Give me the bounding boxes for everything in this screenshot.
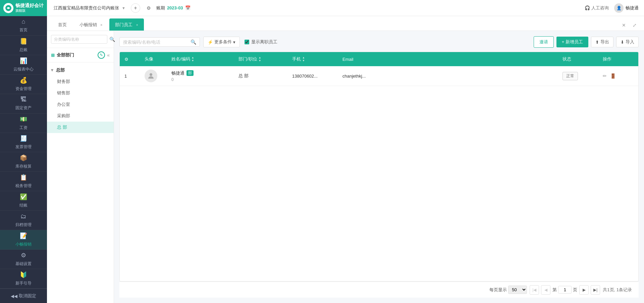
dept-edit-button[interactable]: ✎ [98,51,105,59]
sidebar-label-funds: 资金管理 [15,86,32,92]
dept-node-office[interactable]: 办公室 [47,99,114,110]
sidebar-item-invoice[interactable]: 🧾 发票管理 [0,133,47,153]
tab-dept-emp[interactable]: 部门员工 × [109,18,144,31]
page-total: 共1页, 1条记录 [603,287,632,293]
xiaochang-icon: 📝 [20,232,27,240]
cell-name: 畅捷通 部 0 [167,66,234,86]
sidebar-item-inventory[interactable]: 📦 库存核算 [0,152,47,172]
col-dept[interactable]: 部门/职位 ▲▼ [234,52,287,66]
consult-label: 人工咨询 [591,5,609,11]
dept-search-input[interactable] [51,35,107,44]
dept-sort-arrows: ▲▼ [259,56,261,62]
next-page-button[interactable]: ▶ [579,285,589,295]
company-dropdown-icon: ▼ [122,6,125,10]
dept-node-finance[interactable]: 财务部 [47,76,114,87]
sidebar-item-funds[interactable]: 💰 资金管理 [0,75,47,94]
add-emp-label: + 新增员工 [562,39,583,45]
sidebar-item-xiaochang[interactable]: 📝 小畅报销 [0,230,47,250]
col-name[interactable]: 姓名/编码 ▲▼ [167,52,234,66]
first-page-button[interactable]: |◀ [530,285,539,295]
search-icon[interactable]: 🔍 [191,39,196,45]
add-employee-button[interactable]: + 新增员工 [556,37,588,47]
topbar-actions: + ⚙ [131,3,154,13]
sidebar-item-home[interactable]: ⌂ 首页 [0,16,47,36]
page-size-dropdown[interactable]: 10 20 50 100 [508,286,527,294]
name-badge: 畅捷通 部 [171,70,194,76]
user-info[interactable]: 👤 畅捷通 [614,3,639,13]
employee-search-box: 🔍 [119,37,200,47]
prev-page-button[interactable]: ◀ [541,285,550,295]
edit-action-icon[interactable]: ✏ [603,73,607,79]
employee-code: 0 [171,77,194,82]
dept-header: ⊞ 全部部门 ✎ « [47,48,114,62]
logo-text: 畅捷通好会计 [15,3,44,8]
main-layout: ⌂ 首页 📒 总账 📊 云报表中心 💰 资金管理 🏗 固定资产 💵 工资 🧾 发… [0,16,644,303]
add-button[interactable]: + [131,3,140,13]
sidebar-label-settings: 基础设置 [15,261,32,267]
close-tab-button[interactable]: ✕ [620,21,628,29]
left-arrow-icon: ◀◀ [11,294,17,299]
invite-button[interactable]: 邀请 [534,36,554,48]
consult-button[interactable]: 🎧 人工咨询 [585,5,609,11]
filter-button[interactable]: ⚡ 更多条件 ▾ [203,37,240,47]
page-number-input[interactable] [558,286,572,294]
user-name: 畅捷通 [626,5,639,11]
expand-icon: ▾ [51,68,53,73]
logout-action-icon[interactable]: 🚪 [610,73,616,79]
grid-icon: ⊞ [51,53,55,58]
company-selector[interactable]: 江西服宝精品有限责任公司内账张 ▼ [54,5,125,11]
sidebar-label-guide: 新手引导 [15,280,32,286]
page-size-label: 每页显示 [489,287,507,293]
resigned-check[interactable] [245,40,249,44]
sidebar-item-salary[interactable]: 💵 工资 [0,114,47,133]
sidebar-item-ledger[interactable]: 📒 总账 [0,36,47,55]
sidebar-item-archive[interactable]: 🗂 归档管理 [0,211,47,230]
dept-node-sales[interactable]: 销售部 [47,87,114,99]
dept-node-general[interactable]: ▾ 总部 [47,64,114,76]
sidebar-item-settle[interactable]: ✅ 结账 [0,191,47,211]
tab-xiaochang-close[interactable]: × [100,23,102,27]
col-phone[interactable]: 手机 ▲▼ [287,52,338,66]
unpin-sidebar-button[interactable]: ◀◀ 取消固定 [0,289,47,303]
period-value: 2023-03 [167,5,183,10]
name-sort-arrows: ▲▼ [192,56,194,62]
tab-home[interactable]: 首页 [52,18,72,31]
export-button[interactable]: ⬆ 导出 [591,37,613,47]
sidebar-item-reports[interactable]: 📊 云报表中心 [0,55,47,75]
sidebar-item-settings[interactable]: ⚙ 基础设置 [0,250,47,269]
collapse-button[interactable]: « [107,52,110,58]
inventory-icon: 📦 [20,154,27,162]
invite-label: 邀请 [539,39,548,44]
show-resigned-checkbox[interactable]: 显示离职员工 [245,39,277,45]
dept-node-general2[interactable]: 总 部 [47,122,114,133]
dept-search-area: 🔍 [47,31,114,48]
tab-dept-close[interactable]: × [136,23,138,27]
import-button[interactable]: ⬇ 导入 [616,37,639,47]
guide-icon: 🔰 [20,271,27,278]
cell-email: chanjethkj... [338,66,558,86]
expand-tab-button[interactable]: ⤢ [631,21,639,29]
page-size-select: 每页显示 10 20 50 100 [489,286,527,294]
tab-xiaochang[interactable]: 小畅报销 × [74,18,108,31]
toolbar-right: 邀请 + 新增员工 ⬆ 导出 ⬇ 导入 [534,36,639,48]
col-settings[interactable]: ⚙ [120,52,140,66]
show-resigned-label: 显示离职员工 [251,39,277,45]
sidebar-item-tax[interactable]: 📋 税务管理 [0,172,47,191]
page-label: 页 [573,287,577,293]
col-actions: 操作 [598,52,638,66]
assets-icon: 🏗 [20,96,26,103]
sidebar-item-guide[interactable]: 🔰 新手引导 [0,269,47,289]
tabs-bar: 首页 小畅报销 × 部门员工 × ✕ ⤢ [47,16,644,31]
employee-search-input[interactable] [123,40,191,45]
sidebar-item-assets[interactable]: 🏗 固定资产 [0,94,47,114]
sidebar-label-tax: 税务管理 [15,183,32,189]
last-page-button[interactable]: ▶| [591,285,600,295]
logo-icon [3,3,13,13]
status-badge: 正常 [562,72,578,80]
calendar-icon[interactable]: 📅 [185,5,191,10]
company-name: 江西服宝精品有限责任公司内账张 [54,5,119,11]
settings-button[interactable]: ⚙ [144,3,154,13]
settle-icon: ✅ [20,193,27,201]
all-dept-button[interactable]: ⊞ 全部部门 [51,52,74,58]
dept-node-purchase[interactable]: 采购部 [47,110,114,122]
